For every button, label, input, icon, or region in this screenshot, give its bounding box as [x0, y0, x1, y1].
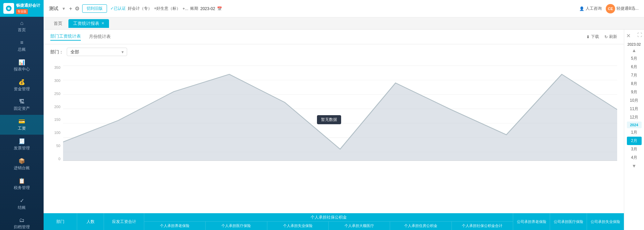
tab-salary-report[interactable]: 工资统计报表 ✕ — [68, 19, 109, 28]
y-label-200: 200 — [50, 105, 60, 109]
y-label-150: 150 — [50, 118, 60, 122]
month-2023-7[interactable]: 7月 — [627, 71, 642, 80]
chart-tooltip: 暂无数据 — [317, 115, 341, 124]
col-dept: 部门 — [44, 213, 77, 230]
month-2024-1[interactable]: 1月 — [627, 128, 642, 137]
month-nav-up[interactable]: ▲ — [632, 48, 637, 53]
sidebar-item-label: 报表中心 — [14, 66, 30, 72]
calendar-icon[interactable]: 📅 — [217, 6, 222, 11]
archive-icon: 🗂 — [19, 217, 24, 223]
month-2023-8[interactable]: 8月 — [627, 80, 642, 88]
tab-salary-report-label: 工资统计报表 — [73, 20, 99, 27]
panel-expand-button[interactable]: ⛶ — [637, 32, 642, 38]
add-button[interactable]: + — [69, 6, 72, 12]
sidebar-item-salary[interactable]: 💳 工资 — [0, 115, 44, 135]
month-2024-3[interactable]: 3月 — [627, 145, 642, 153]
sub-tab-dept-salary[interactable]: 部门工资统计表 — [50, 33, 81, 41]
settings-button[interactable]: ⚙ — [75, 5, 79, 12]
sidebar-item-label: 固定资产 — [14, 106, 30, 111]
month-2023-11[interactable]: 11月 — [627, 105, 642, 113]
sidebar-item-label: 总账 — [18, 47, 26, 52]
month-nav-down[interactable]: ▼ — [632, 163, 637, 169]
sidebar-item-home[interactable]: ⌂ 首页 — [0, 17, 44, 36]
sub-tabs: 部门工资统计表 月份统计表 ⬇ 下载 ↻ 刷新 — [44, 30, 624, 44]
tab-close-icon[interactable]: ✕ — [101, 21, 104, 26]
tab-home[interactable]: 首页 — [49, 19, 67, 28]
content-area: 部门工资统计表 月份统计表 ⬇ 下载 ↻ 刷新 部门： — [44, 30, 644, 230]
refresh-button[interactable]: ↻ 刷新 — [604, 34, 617, 40]
app-logo-text: 畅捷通好会计 专业版 — [16, 3, 40, 14]
sidebar-item-label: 进销台账 — [14, 165, 30, 171]
dept-filter-select[interactable]: 全部 部门1 部门2 — [67, 48, 127, 56]
business-status: +好生意（标） — [154, 6, 180, 11]
month-2023-10[interactable]: 10月 — [627, 96, 642, 105]
sub-tab-monthly[interactable]: 月份统计表 — [89, 34, 111, 40]
right-panel: ✕ ⛶ 2023.02 ▲ 5月 6月 7月 8月 9月 10月 11月 12月… — [624, 30, 644, 230]
assets-icon: 🏗 — [19, 99, 24, 105]
sidebar-item-assets[interactable]: 🏗 固定资产 — [0, 95, 44, 115]
consult-button[interactable]: 👤 人工咨询 — [579, 6, 602, 11]
panel-close-button[interactable]: ✕ — [626, 33, 631, 39]
sidebar-item-sales[interactable]: 📦 进销台账 — [0, 154, 44, 174]
user-area[interactable]: CE 轻捷通B迅... — [606, 4, 639, 13]
page-content: 部门工资统计表 月份统计表 ⬇ 下载 ↻ 刷新 部门： — [44, 30, 624, 230]
topbar-right: 👤 人工咨询 CE 轻捷通B迅... — [579, 4, 639, 13]
col-personal-major-medical: 个人承担大额医疗 — [329, 222, 390, 230]
accounting-status: 好会计（专） — [128, 6, 152, 11]
closing-icon: ✓ — [20, 197, 24, 204]
sales-icon: 📦 — [18, 158, 25, 164]
col-company-unemployment: 公司承担失业保险 — [587, 213, 624, 230]
month-2024-2[interactable]: 2月 — [627, 137, 642, 145]
topbar-actions: + ⚙ 切到旧版 — [69, 4, 107, 13]
filter-label: 部门： — [50, 49, 63, 55]
company-dropdown-icon[interactable]: ▼ — [62, 6, 66, 11]
old-ui-button[interactable]: 切到旧版 — [82, 4, 107, 13]
col-group-header: 个人承担社保公积金 — [144, 213, 513, 222]
period-value: 2023-02 — [200, 6, 215, 11]
y-label-50: 50 — [50, 144, 60, 148]
consult-icon: 👤 — [579, 6, 584, 11]
sidebar-item-reports[interactable]: 📊 报表中心 — [0, 56, 44, 76]
sidebar-item-ledger[interactable]: ≡ 总账 — [0, 36, 44, 56]
col-personal-unemployment: 个人承担失业保险 — [267, 222, 329, 230]
topbar: 测试 ▼ + ⚙ 切到旧版 ✓已认证 好会计（专） +好生意（标） +... 账… — [44, 0, 644, 17]
reports-icon: 📊 — [18, 59, 25, 65]
sidebar-item-tax[interactable]: 📋 税务管理 — [0, 174, 44, 194]
col-total-salary: 应发工资合计 — [104, 213, 144, 230]
month-2023-5[interactable]: 5月 — [627, 54, 642, 63]
download-button[interactable]: ⬇ 下载 — [586, 34, 599, 40]
y-label-250: 250 — [50, 92, 60, 96]
y-label-300: 300 — [50, 79, 60, 83]
sidebar-item-funds[interactable]: 💰 资金管理 — [0, 76, 44, 95]
sidebar-item-label: 归档管理 — [14, 224, 30, 230]
col-company-pension: 公司承担养老保险 — [513, 213, 550, 230]
ledger-icon: ≡ — [20, 40, 23, 46]
main-content: 测试 ▼ + ⚙ 切到旧版 ✓已认证 好会计（专） +好生意（标） +... 账… — [44, 0, 644, 230]
sub-tab-actions: ⬇ 下载 ↻ 刷新 — [586, 34, 617, 40]
month-2023-6[interactable]: 6月 — [627, 63, 642, 71]
sidebar-item-label: 税务管理 — [14, 185, 30, 191]
col-personal-housing-fund: 个人承担住房公积金 — [390, 222, 451, 230]
month-2024-4[interactable]: 4月 — [627, 153, 642, 162]
sidebar-item-label: 首页 — [18, 27, 26, 33]
col-personal-medical: 个人承担医疗保险 — [206, 222, 267, 230]
more-status: +... — [182, 6, 188, 11]
col-group-personal: 个人承担社保公积金 个人承担养老保险 个人承担医疗保险 个人承担失业保险 个人承… — [144, 213, 513, 230]
funds-icon: 💰 — [18, 79, 25, 85]
col-count: 人数 — [77, 213, 104, 230]
refresh-label: 刷新 — [609, 34, 617, 40]
sidebar-item-closing[interactable]: ✓ 结账 — [0, 194, 44, 214]
table-footer: 部门 人数 应发工资合计 个人承担社保公积金 个人承担养老保险 个人承担医疗保险… — [44, 213, 624, 230]
chart-svg — [63, 63, 617, 164]
month-2023-12[interactable]: 12月 — [627, 113, 642, 122]
sidebar-item-invoice[interactable]: 🧾 发票管理 — [0, 135, 44, 154]
sidebar-item-label: 发票管理 — [14, 145, 30, 151]
sidebar: 畅 畅捷通好会计 专业版 ⌂ 首页 ≡ 总账 📊 报表中心 💰 资金管理 🏗 固… — [0, 0, 44, 230]
year-2024-header: 2024 — [627, 122, 642, 128]
invoice-icon: 🧾 — [18, 138, 25, 144]
avatar: CE — [606, 4, 615, 13]
sidebar-item-label: 结账 — [18, 205, 26, 211]
month-2023-9[interactable]: 9月 — [627, 88, 642, 96]
sidebar-item-archive[interactable]: 🗂 归档管理 — [0, 214, 44, 230]
year-label-2023: 2023.02 — [628, 42, 641, 46]
